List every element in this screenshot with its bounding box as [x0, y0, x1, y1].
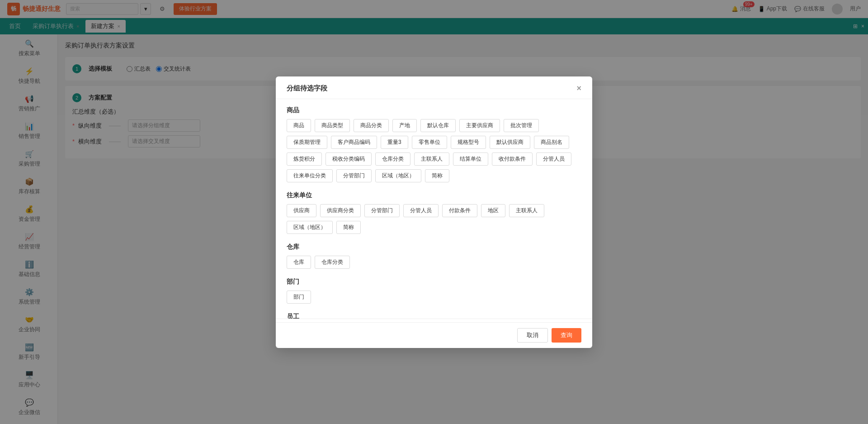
modal-horizontal-scrollbar[interactable]	[276, 319, 592, 322]
field-select-modal: 分组待选字段 × 商品 商品 商品类型 商品分类 产地 默认仓库 主要供应商 批…	[276, 76, 592, 348]
field-tag[interactable]: 规格型号	[451, 136, 486, 149]
product-field-tags: 商品 商品类型 商品分类 产地 默认仓库 主要供应商 批次管理 保质期管理 客户…	[287, 119, 581, 182]
field-tag[interactable]: 默认供应商	[490, 136, 530, 149]
warehouse-field-tags: 仓库 仓库分类	[287, 256, 581, 269]
field-tag[interactable]: 零售单位	[412, 136, 447, 149]
field-tag[interactable]: 商品类型	[315, 119, 350, 132]
modal-overlay: 分组待选字段 × 商品 商品 商品类型 商品分类 产地 默认仓库 主要供应商 批…	[0, 0, 868, 424]
field-tag[interactable]: 主要供应商	[459, 119, 500, 132]
section-product-title: 商品	[287, 106, 581, 114]
field-tag[interactable]: 简称	[336, 221, 361, 234]
modal-body: 商品 商品 商品类型 商品分类 产地 默认仓库 主要供应商 批次管理 保质期管理…	[276, 99, 592, 319]
field-tag[interactable]: 仓库分类	[315, 256, 350, 269]
field-tag[interactable]: 分管部门	[364, 204, 400, 217]
modal-header: 分组待选字段 ×	[276, 76, 592, 99]
field-tag[interactable]: 默认仓库	[420, 119, 456, 132]
partner-field-tags: 供应商 供应商分类 分管部门 分管人员 付款条件 地区 主联系人 区域（地区） …	[287, 204, 581, 234]
field-tag[interactable]: 区域（地区）	[287, 221, 333, 234]
field-tag[interactable]: 仓库分类	[375, 152, 410, 166]
modal-cancel-button[interactable]: 取消	[517, 328, 548, 343]
field-tag[interactable]: 供应商	[287, 204, 316, 217]
field-tag[interactable]: 简称	[425, 169, 449, 182]
section-employee: 员工 业务员	[287, 313, 581, 319]
section-warehouse: 仓库 仓库 仓库分类	[287, 243, 581, 269]
field-tag[interactable]: 商品	[287, 119, 311, 132]
modal-close-button[interactable]: ×	[576, 84, 581, 93]
field-tag[interactable]: 炼货积分	[287, 152, 322, 166]
field-tag[interactable]: 结算单位	[453, 152, 488, 166]
field-tag[interactable]: 产地	[392, 119, 417, 132]
field-tag[interactable]: 地区	[481, 204, 505, 217]
modal-title: 分组待选字段	[287, 84, 327, 93]
section-product: 商品 商品 商品类型 商品分类 产地 默认仓库 主要供应商 批次管理 保质期管理…	[287, 106, 581, 182]
field-tag[interactable]: 重量3	[381, 136, 408, 149]
section-partner: 往来单位 供应商 供应商分类 分管部门 分管人员 付款条件 地区 主联系人 区域…	[287, 191, 581, 234]
field-tag[interactable]: 保质期管理	[287, 136, 327, 149]
field-tag[interactable]: 付款条件	[442, 204, 477, 217]
section-partner-title: 往来单位	[287, 191, 581, 200]
field-tag[interactable]: 主联系人	[414, 152, 449, 166]
field-tag[interactable]: 分管人员	[403, 204, 439, 217]
section-department: 部门 部门	[287, 278, 581, 304]
section-employee-title: 员工	[287, 313, 581, 319]
field-tag[interactable]: 商品分类	[354, 119, 389, 132]
field-tag[interactable]: 部门	[287, 291, 311, 304]
field-tag[interactable]: 收付款条件	[492, 152, 533, 166]
section-warehouse-title: 仓库	[287, 243, 581, 251]
modal-confirm-button[interactable]: 查询	[552, 328, 581, 343]
field-tag[interactable]: 分管部门	[336, 169, 372, 182]
field-tag[interactable]: 分管人员	[536, 152, 571, 166]
section-department-title: 部门	[287, 278, 581, 286]
field-tag[interactable]: 税收分类编码	[326, 152, 372, 166]
field-tag[interactable]: 区域（地区）	[375, 169, 421, 182]
field-tag[interactable]: 供应商分类	[320, 204, 361, 217]
field-tag[interactable]: 商品别名	[534, 136, 569, 149]
field-tag[interactable]: 批次管理	[504, 119, 539, 132]
department-field-tags: 部门	[287, 291, 581, 304]
field-tag[interactable]: 主联系人	[509, 204, 544, 217]
field-tag[interactable]: 客户商品编码	[331, 136, 377, 149]
field-tag[interactable]: 仓库	[287, 256, 311, 269]
modal-footer: 取消 查询	[276, 322, 592, 348]
field-tag[interactable]: 往来单位分类	[287, 169, 333, 182]
